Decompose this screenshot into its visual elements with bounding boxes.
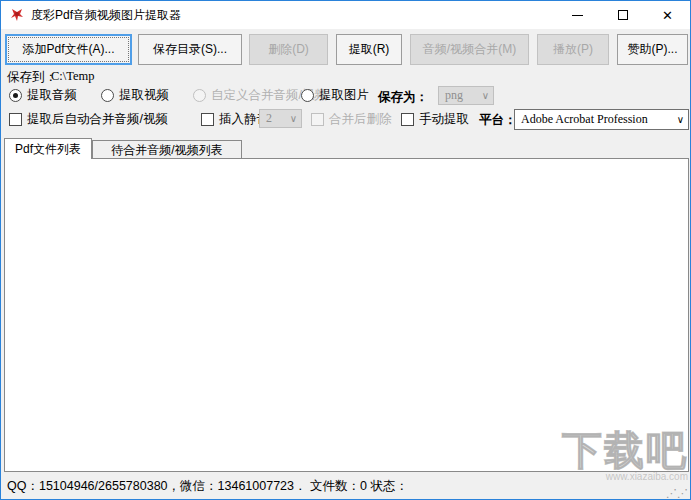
radio-label: 提取音频: [27, 87, 77, 104]
radio-icon: [193, 89, 206, 102]
resize-grip-icon[interactable]: ⋰⋰: [666, 488, 688, 498]
close-icon: ✕: [662, 8, 673, 23]
radio-extract-image[interactable]: 提取图片: [301, 87, 369, 104]
checkbox-icon: [201, 113, 214, 126]
platform-label: 平台：: [479, 112, 517, 129]
app-logo-icon: [9, 7, 25, 23]
tab-label: 待合并音频/视频列表: [111, 142, 222, 159]
tab-label: Pdf文件列表: [15, 141, 81, 158]
checkbox-icon: [401, 113, 414, 126]
platform-value: Adobe Acrobat Profession: [521, 112, 648, 127]
app-window: 度彩Pdf音频视频图片提取器 ✕ 添加Pdf文件(A)... 保存目录(S)..…: [0, 0, 691, 500]
checkbox-label: 合并后删除: [329, 111, 392, 128]
status-bar: QQ：15104946/2655780380，微信：13461007723． 文…: [1, 473, 690, 499]
pdf-file-listbox[interactable]: [4, 158, 689, 472]
merge-av-button[interactable]: 音频/视频合并(M): [410, 34, 529, 65]
silence-gap-value: 2: [266, 111, 272, 126]
chevron-down-icon: ∨: [482, 90, 489, 101]
minimize-icon: [572, 15, 583, 16]
radio-icon: [301, 89, 314, 102]
tab-pending-merge-list[interactable]: 待合并音频/视频列表: [92, 140, 242, 159]
close-button[interactable]: ✕: [645, 1, 690, 29]
silence-gap-combo[interactable]: 2 ∨: [259, 109, 302, 128]
maximize-icon: [618, 10, 628, 20]
save-to-label: 保存到：: [7, 69, 57, 86]
title-bar: 度彩Pdf音频视频图片提取器 ✕: [1, 1, 690, 29]
platform-combo[interactable]: Adobe Acrobat Profession ∨: [514, 109, 689, 130]
radio-selected-icon: [9, 89, 22, 102]
chevron-down-icon: ∨: [677, 114, 684, 125]
checkbox-auto-merge[interactable]: 提取后自动合并音频/视频: [9, 111, 168, 128]
tab-pdf-file-list[interactable]: Pdf文件列表: [4, 138, 92, 159]
chevron-down-icon: ∨: [290, 113, 297, 124]
window-controls: ✕: [555, 1, 690, 29]
radio-extract-video[interactable]: 提取视频: [101, 87, 169, 104]
maximize-button[interactable]: [600, 1, 645, 29]
checkbox-delete-after-merge[interactable]: 合并后删除: [311, 111, 392, 128]
checkbox-label: 手动提取: [419, 111, 469, 128]
radio-icon: [101, 89, 114, 102]
minimize-button[interactable]: [555, 1, 600, 29]
delete-button[interactable]: 删除(D): [249, 34, 328, 65]
checkbox-icon: [311, 113, 324, 126]
status-text: QQ：15104946/2655780380，微信：13461007723． 文…: [7, 478, 408, 495]
save-as-label: 保存为：: [378, 89, 428, 106]
save-as-value: png: [445, 88, 463, 103]
radio-label: 提取视频: [119, 87, 169, 104]
radio-extract-audio[interactable]: 提取音频: [9, 87, 77, 104]
save-dir-button[interactable]: 保存目录(S)...: [138, 34, 242, 65]
radio-label: 提取图片: [319, 87, 369, 104]
checkbox-manual-extract[interactable]: 手动提取: [401, 111, 469, 128]
checkbox-icon: [9, 113, 22, 126]
play-button[interactable]: 播放(P): [537, 34, 609, 65]
window-title: 度彩Pdf音频视频图片提取器: [31, 7, 181, 24]
save-to-path: C:\Temp: [51, 69, 95, 84]
save-as-combo[interactable]: png ∨: [438, 86, 494, 105]
add-pdf-button[interactable]: 添加Pdf文件(A)...: [5, 34, 132, 65]
sponsor-button[interactable]: 赞助(P)...: [617, 34, 688, 65]
extract-button[interactable]: 提取(R): [336, 34, 402, 65]
checkbox-label: 提取后自动合并音频/视频: [27, 111, 168, 128]
